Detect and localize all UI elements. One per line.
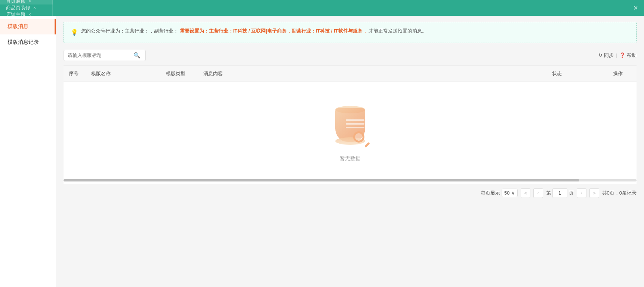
top-nav: 首页微商城店铺设置×商品分类设置×首页装修×商品页装修×店铺主题×开通公众号商城… [0,0,644,16]
help-button[interactable]: ❓ 帮助 [619,52,637,59]
notice-icon: 💡 [71,28,78,37]
scrollbar-track[interactable] [64,179,637,181]
search-input-wrap[interactable]: 🔍 [64,50,146,61]
page-size-label: 每页显示 [481,190,500,196]
main-layout: 模版消息模版消息记录 💡 您的公众号行业为：主营行业：，副营行业： 需要设置为：… [0,16,644,287]
scroll-line [346,123,364,125]
first-page-button[interactable]: ⊲ [521,188,530,198]
scroll-lines [346,119,364,128]
notice-box: 💡 您的公众号行业为：主营行业：，副营行业： 需要设置为：主营行业：IT科技 /… [64,22,637,43]
col-name: 模版名称 [86,65,161,82]
content-area: 💡 您的公众号行业为：主营行业：，副营行业： 需要设置为：主营行业：IT科技 /… [56,16,644,287]
total-label: 共0页，0条记录 [602,190,637,196]
sync-button[interactable]: ↻ 同步 [598,52,614,59]
sidebar-item-template-message[interactable]: 模版消息 [0,19,56,34]
page-input-wrap: 第 页 [546,188,574,198]
empty-state: 暂无数据 [64,82,637,177]
empty-illustration [328,104,373,149]
sidebar-item-template-record[interactable]: 模版消息记录 [0,34,56,50]
data-table: 序号 模版名称 模版类型 消息内容 状态 操作 [64,65,637,177]
pagination: 每页显示 50 ∨ ⊲ ‹ 第 页 › ⊳ 共0页，0条记录 [64,184,637,199]
help-icon: ❓ [619,52,625,58]
col-seq: 序号 [64,65,86,82]
page-suffix-label: 页 [569,190,574,196]
col-content: 消息内容 [198,65,547,82]
tabs-container: 首页微商城店铺设置×商品分类设置×首页装修×商品页装修×店铺主题×开通公众号商城… [0,0,53,16]
chevron-down-icon: ∨ [511,190,515,196]
sidebar: 模版消息模版消息记录 [0,16,56,287]
col-status: 状态 [547,65,599,82]
scroll-line [346,119,364,121]
magnify-handle [364,142,370,147]
col-action: 操作 [599,65,637,82]
search-icon[interactable]: 🔍 [133,52,141,59]
search-bar: 🔍 ↻ 同步 | ❓ 帮助 [64,50,637,61]
page-prefix: 第 [546,190,551,196]
table-wrapper: 序号 模版名称 模版类型 消息内容 状态 操作 [64,65,637,184]
tab-close-homepage-decor[interactable]: × [28,0,32,4]
close-all-button[interactable]: ✕ [627,4,644,12]
page-number-input[interactable] [552,188,567,198]
tab-close-product-decor[interactable]: × [33,4,37,11]
scrollbar-thumb[interactable] [64,179,579,181]
notice-text: 您的公众号行业为：主营行业：，副营行业： 需要设置为：主营行业：IT科技 / 互… [81,27,427,35]
page-size-value: 50 [504,190,509,196]
tab-homepage-decor[interactable]: 首页装修× [0,0,53,4]
prev-page-button[interactable]: ‹ [533,188,543,198]
page-size-wrap: 每页显示 50 ∨ [481,189,517,197]
tab-shop-theme[interactable]: 店铺主题× [0,11,53,16]
scroll-line [346,127,364,128]
toolbar-right: ↻ 同步 | ❓ 帮助 [598,52,637,59]
tab-product-decor[interactable]: 商品页装修× [0,4,53,11]
table-header-row: 序号 模版名称 模版类型 消息内容 状态 操作 [64,65,637,82]
tab-label-shop-theme: 店铺主题 [6,11,25,16]
empty-text: 暂无数据 [64,155,637,162]
notice-highlight: 需要设置为：主营行业：IT科技 / 互联网|电子商务，副营行业：IT科技 / I… [180,28,367,34]
sync-icon: ↻ [598,52,603,58]
empty-state-row: 暂无数据 [64,82,637,177]
tab-label-product-decor: 商品页装修 [6,4,30,11]
magnify-glass-icon [353,131,370,148]
search-input[interactable] [68,52,131,58]
toolbar-divider: | [616,52,617,58]
next-page-button[interactable]: › [577,188,586,198]
tab-label-homepage-decor: 首页装修 [6,0,25,4]
tab-close-shop-theme[interactable]: × [28,11,32,16]
col-type: 模版类型 [161,65,198,82]
magnify-circle [353,131,364,143]
page-size-select[interactable]: 50 ∨ [502,189,517,197]
last-page-button[interactable]: ⊳ [589,188,599,198]
